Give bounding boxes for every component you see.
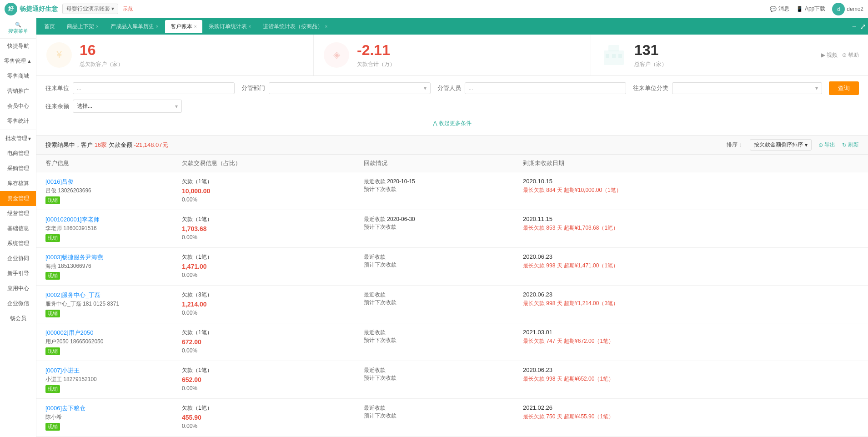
sort-label: 排序： xyxy=(727,141,743,149)
customer-tag-4: 现销 xyxy=(45,347,60,355)
collapse-filters-btn[interactable]: ⋀ 收起更多条件 xyxy=(45,117,859,130)
debt-count-3: 欠款（3笔） xyxy=(182,291,364,299)
demo-label[interactable]: 示范 xyxy=(123,5,133,12)
header-customer-info: 客户信息 xyxy=(45,159,182,167)
results-info: 搜索结果中，客户 16家 欠款金额 -21,148.07元 xyxy=(45,141,168,149)
customer-name-0[interactable]: [0016]吕俊 xyxy=(45,178,182,186)
sidebar-item-finance[interactable]: 资金管理 xyxy=(0,191,36,206)
sidebar-item-enterprise-wechat[interactable]: 企业微信 xyxy=(0,296,36,311)
customer-name-3[interactable]: [0002]服务中心_丁磊 xyxy=(45,291,182,299)
sidebar-item-ecommerce[interactable]: 电商管理 xyxy=(0,146,36,161)
recovery-next-6: 预计下次收款 xyxy=(364,412,523,420)
collapse-icon: ⋀ xyxy=(433,120,439,126)
balance-select[interactable]: 选择... ▾ xyxy=(73,100,182,113)
tab-purchase-order[interactable]: 采购订单统计表 × xyxy=(203,20,257,33)
refresh-btn[interactable]: ↻ 刷新 xyxy=(842,141,859,149)
tab-product-off[interactable]: 商品上下架 × xyxy=(61,20,104,33)
search-button[interactable]: 查询 xyxy=(829,81,859,95)
tab-close-instock-stats[interactable]: × xyxy=(325,24,327,29)
help-btn[interactable]: ⊙ 帮助 xyxy=(842,51,859,59)
sidebar-item-retail-mgmt[interactable]: 零售管理 ▲ xyxy=(0,54,36,69)
recovery-cell-1: 最近收款 2020-06-30 预计下次收款 xyxy=(364,216,523,231)
sidebar-item-new-guide[interactable]: 新手引导 xyxy=(0,266,36,281)
tab-home[interactable]: 首页 xyxy=(39,20,60,33)
customer-cell-5: [0007]小进王 小进王 18279152100 现销 xyxy=(45,367,182,393)
sort-select[interactable]: 按欠款金额倒序排序 ▾ xyxy=(750,139,812,151)
overdue-link-4[interactable]: 超期¥672.00（1笔） xyxy=(564,338,614,344)
customer-name-4[interactable]: [000002]用户2050 xyxy=(45,329,182,337)
summary-data-3: 131 总客户（家） xyxy=(634,42,667,68)
recovery-info-3: 最近收款 xyxy=(364,291,523,299)
sidebar-item-purchase-mgmt[interactable]: 采购管理 xyxy=(0,161,36,176)
debt-cell-5: 欠款（1笔） 652.00 0.00% xyxy=(182,367,364,392)
customer-tag-2: 现销 xyxy=(45,272,60,280)
app-download-btn[interactable]: 📱 App下载 xyxy=(796,5,825,13)
header-recovery: 回款情况 xyxy=(364,159,523,167)
tab-close-purchase-order[interactable]: × xyxy=(249,24,251,29)
sidebar-item-member[interactable]: 会员中心 xyxy=(0,99,36,114)
sidebar-item-quick-nav[interactable]: 快捷导航 xyxy=(0,39,36,54)
sidebar-item-retail-stats[interactable]: 零售统计 xyxy=(0,114,36,129)
data-table: 客户信息 欠款交易信息（占比） 回款情况 到期未收款日期 [0016]吕俊 吕俊… xyxy=(36,155,868,437)
help-icon: ⊙ xyxy=(842,52,847,58)
app-icon: 📱 xyxy=(796,6,803,12)
tab-close-product-history[interactable]: × xyxy=(156,24,159,29)
top-bar: 好 畅捷通好生意 母婴行业演示账套 ▾ 示范 💬 消息 📱 App下载 d de… xyxy=(0,0,868,18)
customer-name-5[interactable]: [0007]小进王 xyxy=(45,367,182,375)
sidebar-item-batch-mgmt[interactable]: 批发管理 ▾ xyxy=(0,131,36,146)
recovery-cell-0: 最近收款 2020-10-15 预计下次收款 xyxy=(364,178,523,193)
sidebar-item-search[interactable]: 🔍 搜索菜单 xyxy=(0,18,36,39)
debt-cell-0: 欠款（1笔） 10,000.00 0.00% xyxy=(182,178,364,203)
tab-close-customer-account[interactable]: × xyxy=(194,24,197,29)
sidebar-item-chang-member[interactable]: 畅会员 xyxy=(0,311,36,326)
main-layout: 🔍 搜索菜单 快捷导航 零售管理 ▲ 零售商城 营销推广 会员中心 零售统计 批… xyxy=(0,18,868,437)
sidebar-item-retail-store[interactable]: 零售商城 xyxy=(0,69,36,84)
customer-name-2[interactable]: [0003]畅捷服务尹海燕 xyxy=(45,253,182,261)
overdue-link-0[interactable]: 超期¥10,000.00（1笔） xyxy=(564,187,622,193)
tab-product-history[interactable]: 产成品入库单历史 × xyxy=(105,20,164,33)
debt-cell-1: 欠款（1笔） 1,703.68 0.00% xyxy=(182,216,364,241)
overdue-link-3[interactable]: 超期¥1,214.00（3笔） xyxy=(564,300,618,306)
tab-minimize-btn[interactable]: − xyxy=(852,22,856,31)
tab-close-product-off[interactable]: × xyxy=(96,24,99,29)
overdue-link-1[interactable]: 超期¥1,703.68（1笔） xyxy=(564,225,618,231)
recovery-info-1: 最近收款 2020-06-30 xyxy=(364,216,523,223)
recovery-info-5: 最近收款 xyxy=(364,367,523,374)
export-btn[interactable]: ⊙ 导出 xyxy=(818,141,835,149)
overdue-date-1: 2020.11.15 xyxy=(523,216,859,222)
sidebar-item-app-center[interactable]: 应用中心 xyxy=(0,281,36,296)
filter-balance: 往来余额 选择... ▾ xyxy=(45,100,182,113)
source-unit-input[interactable]: ... xyxy=(73,82,235,94)
overdue-link-6[interactable]: 超期¥455.90（1笔） xyxy=(564,413,614,420)
unit-category-select[interactable]: ▾ xyxy=(672,82,822,94)
overdue-days-2: 最长欠款 998 天 超期¥1,471.00（1笔） xyxy=(523,262,859,270)
tab-instock-stats[interactable]: 进货单统计表（按商品） × xyxy=(257,20,333,33)
filter-row-2: 往来余额 选择... ▾ xyxy=(45,100,859,113)
filter-manager-label: 分管人员 xyxy=(437,84,461,92)
overdue-days-0: 最长欠款 884 天 超期¥10,000.00（1笔） xyxy=(523,186,859,194)
sidebar-item-operations[interactable]: 经营管理 xyxy=(0,206,36,221)
tab-customer-account[interactable]: 客户账本 × xyxy=(165,20,202,33)
main-content: ¥ 16 总欠款客户（家） ◈ xyxy=(36,35,868,437)
tab-maximize-btn[interactable]: ⤢ xyxy=(860,22,866,31)
manager-input[interactable]: ... xyxy=(465,82,627,94)
customer-cell-0: [0016]吕俊 吕俊 13026203696 现销 xyxy=(45,178,182,204)
customer-name-1[interactable]: [0001020001]李老师 xyxy=(45,216,182,224)
department-select[interactable]: ▾ xyxy=(269,82,431,94)
video-btn[interactable]: ▶ 视频 xyxy=(821,51,838,59)
sidebar-item-system[interactable]: 系统管理 xyxy=(0,236,36,251)
sidebar-item-marketing[interactable]: 营销推广 xyxy=(0,84,36,99)
summary-number-1: 16 xyxy=(80,42,123,59)
sidebar-item-basic-info[interactable]: 基础信息 xyxy=(0,221,36,236)
sidebar-item-enterprise-coop[interactable]: 企业协同 xyxy=(0,251,36,266)
overdue-link-2[interactable]: 超期¥1,471.00（1笔） xyxy=(564,262,618,269)
customer-name-6[interactable]: [0006]去下粮仓 xyxy=(45,404,182,412)
customer-tag-5: 现销 xyxy=(45,385,60,393)
filter-area: 往来单位 ... 分管部门 ▾ 分管人员 xyxy=(36,76,868,136)
store-selector[interactable]: 母婴行业演示账套 ▾ xyxy=(62,4,118,14)
message-btn[interactable]: 💬 消息 xyxy=(770,5,789,13)
user-menu[interactable]: d demo2 xyxy=(832,3,863,15)
summary-label-1: 总欠款客户（家） xyxy=(80,60,123,68)
sidebar-item-inventory[interactable]: 库存核算 xyxy=(0,176,36,191)
overdue-link-5[interactable]: 超期¥652.00（1笔） xyxy=(564,376,614,382)
